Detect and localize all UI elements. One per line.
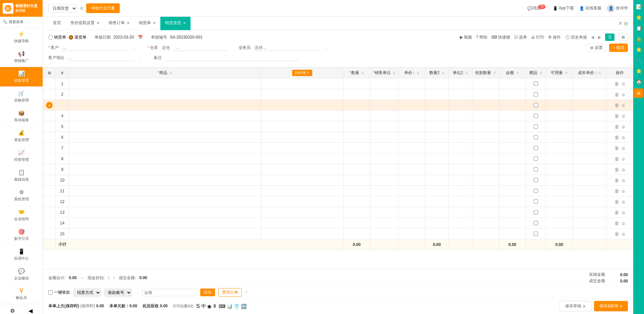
th-settings[interactable]: ⚙ <box>43 68 56 78</box>
radio-return[interactable]: 退货单 <box>69 35 87 40</box>
row-cost-12[interactable] <box>573 196 606 207</box>
th-sale-unit[interactable]: *销售单位 ⇅ <box>370 68 398 78</box>
sort-unit-icon[interactable]: ⇅ <box>393 71 395 75</box>
row-unit-8[interactable] <box>370 153 398 164</box>
row-price-9[interactable] <box>398 164 425 175</box>
row-unit-11[interactable] <box>370 186 398 196</box>
row-gift-1[interactable] <box>526 78 546 89</box>
row-avail-1[interactable] <box>546 78 573 89</box>
gift-checkbox-13[interactable] <box>534 210 538 214</box>
rp-icon-2[interactable]: ⭐ <box>635 13 643 21</box>
row-price-13[interactable] <box>398 207 425 218</box>
copy-row-14-icon[interactable]: ⧉ <box>622 221 625 226</box>
row-price-11[interactable] <box>398 186 425 196</box>
row-unit-4[interactable] <box>370 111 398 121</box>
rp-icon-4[interactable]: 🔒 <box>635 35 643 43</box>
row-amount-10[interactable] <box>499 175 526 186</box>
online-service-btn[interactable]: 👤 在线客服 <box>579 5 601 11</box>
row-price-7[interactable] <box>398 143 425 153</box>
row-pack-3[interactable] <box>472 100 499 111</box>
row-cost-7[interactable] <box>573 143 606 153</box>
sidebar-item-system-mgmt[interactable]: ⚙ 系统管理 <box>0 186 43 205</box>
row-pack-10[interactable] <box>472 175 499 186</box>
sidebar-item-vip[interactable]: V 畅会员 <box>0 285 43 304</box>
row-qty2-1[interactable] <box>425 78 449 89</box>
row-price-8[interactable] <box>398 153 425 164</box>
row-avail-8[interactable] <box>546 153 573 164</box>
row-qty-3[interactable] <box>343 100 370 111</box>
sort-qty-icon[interactable]: ⇅ <box>361 71 364 75</box>
fee-split-btn[interactable]: 费用分摊 <box>218 288 242 297</box>
gift-checkbox-12[interactable] <box>534 199 538 204</box>
row-unit-1[interactable] <box>370 78 398 89</box>
row-amount-1[interactable] <box>499 78 526 89</box>
row-unit2-13[interactable] <box>449 207 472 218</box>
row-price-14[interactable] <box>398 218 425 229</box>
toolbar-history[interactable]: 🕐 历史单据 <box>565 35 587 40</box>
row-gift-13[interactable] <box>526 207 546 218</box>
sort-price-icon[interactable]: ⇅ <box>417 71 419 75</box>
row-product-1[interactable] <box>69 78 261 89</box>
delete-row-13-icon[interactable]: 🗑 <box>614 210 619 215</box>
toolbar-operate[interactable]: ⚙ 操作 <box>548 35 561 40</box>
row-cost-6[interactable] <box>573 132 606 143</box>
tab-sale-return-close[interactable]: ✕ <box>183 21 186 25</box>
sidebar-item-inventory[interactable]: 📦 库存核算 <box>0 107 43 126</box>
row-amount-14[interactable] <box>499 218 526 229</box>
logistics-btn[interactable]: + 物流 <box>609 44 628 52</box>
industry-select[interactable]: 日用百货 <box>48 4 77 13</box>
row-qty-6[interactable] <box>343 132 370 143</box>
row-qty2-12[interactable] <box>425 196 449 207</box>
sidebar-item-enterprise-wechat[interactable]: 💬 企业微信 <box>0 265 43 285</box>
row-unit-13[interactable] <box>370 207 398 218</box>
row-pack-12[interactable] <box>472 196 499 207</box>
rp-icon-orange[interactable]: ⊞ <box>634 88 643 98</box>
row-unit-12[interactable] <box>370 196 398 207</box>
row-cost-10[interactable] <box>573 175 606 186</box>
row-qty2-7[interactable] <box>425 143 449 153</box>
row-amount-4[interactable] <box>499 111 526 121</box>
tab-sale-price-close[interactable]: ✕ <box>97 21 99 25</box>
row-avail-14[interactable] <box>546 218 573 229</box>
gift-checkbox-14[interactable] <box>534 221 538 225</box>
row-avail-12[interactable] <box>546 196 573 207</box>
copy-row-6-icon[interactable]: ⧉ <box>622 135 625 140</box>
row-amount-13[interactable] <box>499 207 526 218</box>
row-price-6[interactable] <box>398 132 425 143</box>
row-qty-1[interactable] <box>343 78 370 89</box>
row-gift-6[interactable] <box>526 132 546 143</box>
row-pack-6[interactable] <box>472 132 499 143</box>
row-avail-5[interactable] <box>546 121 573 132</box>
row-gift-4[interactable] <box>526 111 546 121</box>
row-qty-13[interactable] <box>343 207 370 218</box>
app-download-btn[interactable]: 📱 App下载 <box>553 5 574 11</box>
row-gift-9[interactable] <box>526 164 546 175</box>
row-qty2-6[interactable] <box>425 132 449 143</box>
row-qty-9[interactable] <box>343 164 370 175</box>
tool-icon-1[interactable]: 中 <box>201 303 206 309</box>
gift-checkbox-5[interactable] <box>534 124 538 129</box>
row-cost-2[interactable] <box>573 89 606 100</box>
row-unit2-8[interactable] <box>449 153 472 164</box>
row-cost-15[interactable] <box>573 229 606 239</box>
customer-input[interactable] <box>61 45 128 51</box>
row-unit2-4[interactable] <box>449 111 472 121</box>
staff-input[interactable] <box>253 45 320 51</box>
row-unit-6[interactable] <box>370 132 398 143</box>
settings-btn[interactable]: ⚙ 设置 <box>586 44 606 52</box>
row-amount-3[interactable] <box>499 100 526 111</box>
tool-icon-4[interactable]: ⌨ <box>219 304 225 309</box>
row-pack-14[interactable] <box>472 218 499 229</box>
row-cost-5[interactable] <box>573 121 606 132</box>
view-grid-btn[interactable]: ⊞ <box>619 34 628 41</box>
cost-info-icon[interactable]: ℹ <box>595 71 596 75</box>
row-gift-5[interactable] <box>526 121 546 132</box>
row-product-3-input[interactable] <box>72 103 258 108</box>
remark-input[interactable] <box>164 55 299 61</box>
settings-gear-icon[interactable]: ⚙ <box>80 6 84 11</box>
tab-close-all[interactable]: ✕ <box>618 20 623 26</box>
account-no-select[interactable]: 收款账号 <box>104 289 132 297</box>
row-gift-14[interactable] <box>526 218 546 229</box>
th-cost-price[interactable]: 成本单价 ℹ ⇅ <box>573 68 606 78</box>
sidebar-item-finance[interactable]: 💰 资金管理 <box>0 126 43 146</box>
